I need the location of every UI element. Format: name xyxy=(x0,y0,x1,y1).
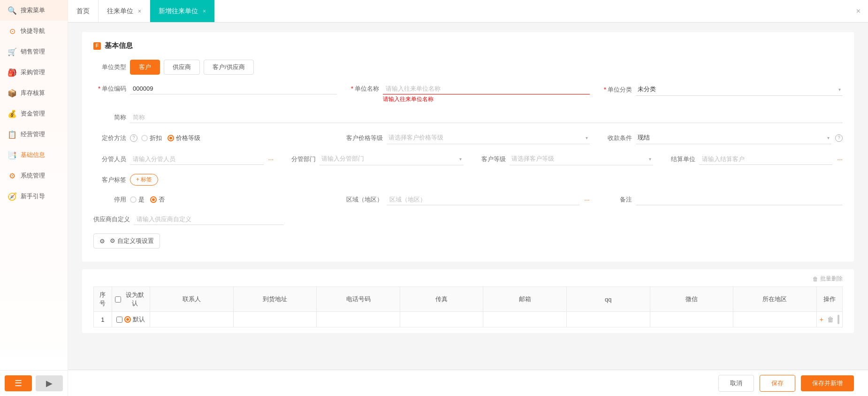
sidebar-item-new-guide[interactable]: 🧭 新手引导 xyxy=(0,186,68,207)
disabled-radio-group: 是 否 xyxy=(130,195,165,204)
row-wechat[interactable] xyxy=(650,312,733,327)
main-area: 首页 往来单位 × 新增往来单位 × × F 基本信息 单位类型 客户 xyxy=(68,0,868,396)
pricing-method-help[interactable]: ? xyxy=(130,134,137,142)
department-select[interactable]: 请输入分管部门 ▾ xyxy=(320,153,463,165)
manager-input[interactable] xyxy=(130,154,264,165)
unit-category-chevron: ▾ xyxy=(838,87,841,92)
unit-type-both[interactable]: 客户/供应商 xyxy=(204,60,254,75)
sidebar-item-search[interactable]: 🔍 搜索菜单 xyxy=(0,0,68,21)
row-qq[interactable] xyxy=(567,312,650,327)
basic-info-icon: 📑 xyxy=(8,150,17,160)
add-tag-button[interactable]: + 标签 xyxy=(130,174,158,186)
address-input[interactable] xyxy=(236,316,314,323)
sidebar-btn-left[interactable]: ☰ xyxy=(5,375,32,391)
payment-terms-select[interactable]: 现结 ▾ xyxy=(636,132,831,144)
payment-terms-chevron: ▾ xyxy=(827,135,830,140)
unit-category-item: 单位分类 未分类 ▾ xyxy=(599,83,843,96)
unit-name-input[interactable] xyxy=(383,83,590,94)
row-contact[interactable] xyxy=(150,312,234,327)
custom-settings-button[interactable]: ⚙ ⚙ 自定义项设置 xyxy=(93,233,160,248)
pricing-discount[interactable]: 折扣 xyxy=(141,134,162,142)
sidebar-item-finance[interactable]: 💰 资金管理 xyxy=(0,103,68,124)
phone-input[interactable] xyxy=(320,316,397,323)
email-input[interactable] xyxy=(486,316,563,323)
tab-contacts-close[interactable]: × xyxy=(138,8,141,15)
window-close-button[interactable]: × xyxy=(849,0,868,22)
region-item: 区域（地区） ··· xyxy=(346,194,590,205)
sidebar-item-system[interactable]: ⚙ 系统管理 xyxy=(0,165,68,186)
region-more[interactable]: ··· xyxy=(584,196,590,203)
settlement-unit-more[interactable]: ··· xyxy=(837,155,843,163)
row-phone[interactable] xyxy=(317,312,400,327)
sidebar-btn-right[interactable]: ▶ xyxy=(36,375,63,391)
tab-new-contact-close[interactable]: × xyxy=(203,8,206,15)
contact-input[interactable] xyxy=(153,316,230,323)
unit-type-group: 客户 供应商 客户/供应商 xyxy=(130,60,254,75)
row-fax[interactable] xyxy=(400,312,483,327)
row-region-input[interactable] xyxy=(736,316,814,323)
row-default-radio[interactable]: 默认 xyxy=(124,315,145,324)
bottom-action-bar: 取消 保存 保存并新增 xyxy=(68,370,868,396)
fax-input[interactable] xyxy=(403,316,480,323)
sidebar-item-purchase[interactable]: 🎒 采购管理 xyxy=(0,62,68,83)
payment-terms-help[interactable]: ? xyxy=(835,134,843,142)
disabled-no[interactable]: 否 xyxy=(150,195,165,204)
col-id: 序号 xyxy=(94,287,112,312)
select-all-checkbox[interactable] xyxy=(115,296,121,303)
customer-price-level-select[interactable]: 请选择客户价格等级 ▾ xyxy=(387,132,590,144)
save-new-button[interactable]: 保存并新增 xyxy=(801,375,854,391)
short-name-label: 简称 xyxy=(93,113,126,122)
home-icon: ⊙ xyxy=(8,26,17,36)
pricing-method-label: 定价方法 xyxy=(93,134,126,142)
pricing-level[interactable]: 价格等级 xyxy=(168,134,200,142)
sidebar-item-inventory[interactable]: 📦 库存核算 xyxy=(0,83,68,103)
tab-contacts[interactable]: 往来单位 × xyxy=(99,0,150,22)
row-delete-button[interactable]: 🗑 xyxy=(827,316,834,323)
disabled-yes[interactable]: 是 xyxy=(130,195,145,204)
pricing-method-item: 定价方法 ? 折扣 价格等级 xyxy=(93,134,337,142)
short-name-row: 简称 xyxy=(93,112,843,123)
row-region[interactable] xyxy=(733,312,817,327)
unit-type-supplier[interactable]: 供应商 xyxy=(164,60,200,75)
wechat-input[interactable] xyxy=(653,316,731,323)
unit-name-label: 单位名称 xyxy=(346,85,379,93)
manager-more[interactable]: ··· xyxy=(268,155,274,163)
payment-terms-label: 收款条件 xyxy=(599,134,632,142)
row-drag-handle[interactable] xyxy=(838,315,839,324)
customer-tag-item: 客户标签 + 标签 xyxy=(93,174,843,186)
supplier-custom-input[interactable] xyxy=(134,214,284,225)
col-phone: 电话号码 xyxy=(317,287,400,312)
disabled-item: 停用 是 否 xyxy=(93,195,337,204)
gear-icon: ⚙ xyxy=(99,238,105,245)
unit-code-input[interactable] xyxy=(130,83,337,94)
remarks-input[interactable] xyxy=(636,194,843,205)
qq-input[interactable] xyxy=(570,316,647,323)
tab-home[interactable]: 首页 xyxy=(68,0,99,22)
row-address[interactable] xyxy=(233,312,317,327)
sidebar-item-operations[interactable]: 📋 经营管理 xyxy=(0,124,68,145)
code-name-category-row: 单位编码 单位名称 请输入往来单位名称 单位分类 未分类 xyxy=(93,83,843,103)
customer-level-select[interactable]: 请选择客户等级 ▾ xyxy=(510,153,653,165)
sidebar-item-quick-nav[interactable]: ⊙ 快捷导航 xyxy=(0,21,68,41)
row-add-button[interactable]: + xyxy=(820,316,823,323)
region-input[interactable] xyxy=(387,194,579,205)
sidebar-item-sales[interactable]: 🛒 销售管理 xyxy=(0,41,68,62)
unit-name-item: 单位名称 请输入往来单位名称 xyxy=(346,83,590,103)
row-email[interactable] xyxy=(483,312,567,327)
sidebar-item-basic-info[interactable]: 📑 基础信息 xyxy=(0,145,68,165)
pricing-method-radio-group: 折扣 价格等级 xyxy=(141,134,200,142)
save-button[interactable]: 保存 xyxy=(760,375,795,392)
row-checkbox[interactable] xyxy=(116,317,122,323)
supplier-custom-label: 供应商自定义 xyxy=(93,215,130,224)
short-name-input[interactable] xyxy=(130,112,843,123)
inventory-icon: 📦 xyxy=(8,88,17,98)
table-row: 1 默认 xyxy=(94,312,843,327)
sidebar-bottom: ☰ ▶ xyxy=(0,370,68,396)
tab-new-contact[interactable]: 新增往来单位 × xyxy=(150,0,215,22)
unit-category-select[interactable]: 未分类 ▾ xyxy=(636,83,843,96)
contacts-table-section: 🗑 批量删除 序号 设为默认 联系人 到货 xyxy=(82,269,854,333)
cancel-button[interactable]: 取消 xyxy=(718,375,754,392)
settlement-unit-input[interactable] xyxy=(699,154,833,165)
unit-type-customer[interactable]: 客户 xyxy=(130,60,160,75)
batch-delete-button[interactable]: 🗑 批量删除 xyxy=(813,275,843,283)
